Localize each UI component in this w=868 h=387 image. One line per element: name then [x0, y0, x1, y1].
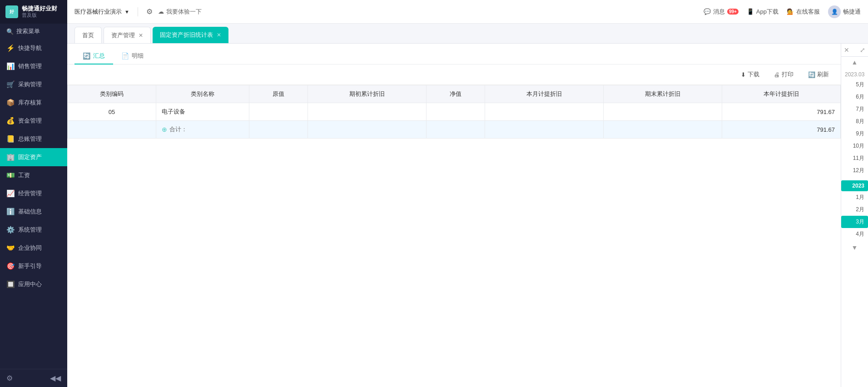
user-avatar: 👤	[828, 5, 841, 18]
date-panel-nav-up[interactable]: ▲	[841, 57, 868, 68]
home-tab-label: 首页	[82, 31, 94, 40]
sidebar-item-app-center[interactable]: 🔲 应用中心	[0, 275, 67, 293]
detail-tab-icon: 📄	[121, 52, 129, 60]
cell-original-value	[249, 103, 308, 121]
cell-monthly-dep	[485, 103, 604, 121]
sidebar-search-label: 搜索菜单	[16, 27, 40, 35]
sidebar-item-sales[interactable]: 📊 销售管理	[0, 57, 67, 75]
col-header-net-value: 净值	[427, 85, 485, 103]
sidebar-item-ledger[interactable]: 📒 总账管理	[0, 130, 67, 148]
asset-mgmt-close-icon[interactable]: ✕	[139, 32, 143, 39]
chevron-down-icon: ▼	[124, 9, 129, 15]
tab-home[interactable]: 首页	[74, 27, 102, 43]
summary-tab-label: 汇总	[93, 52, 105, 60]
topbar-divider	[138, 7, 138, 16]
date-month-2023-4[interactable]: 4月	[841, 228, 868, 240]
tab-bar: 首页 资产管理 ✕ 固定资产折旧统计表 ✕	[67, 24, 868, 44]
sidebar-item-system[interactable]: ⚙️ 系统管理	[0, 221, 67, 239]
user-avatar-icon: 👤	[831, 9, 838, 15]
sidebar-brand-edition: 普及版	[22, 12, 57, 19]
asset-mgmt-label: 资产管理	[111, 31, 135, 40]
summary-label-cell: ⊕ 合计：	[156, 121, 249, 139]
date-month-9[interactable]: 9月	[841, 128, 868, 140]
col-header-initial-accum: 期初累计折旧	[308, 85, 427, 103]
sidebar-item-label: 应用中心	[18, 280, 42, 288]
date-panel: ✕ ⤢ ▲ 2023.03 5月 6月 7月 8月 9月 10月 11月 12月…	[841, 44, 868, 387]
date-panel-header: ✕ ⤢	[841, 44, 868, 57]
ledger-icon: 📒	[6, 135, 15, 143]
table-row[interactable]: 05 电子设备 791.67	[68, 103, 841, 121]
col-header-annual-dep: 本年计提折旧	[722, 85, 841, 103]
sub-tab-detail[interactable]: 📄 明细	[113, 48, 152, 64]
sidebar-item-label: 销售管理	[18, 62, 42, 70]
date-year-marker-2023[interactable]: 2023	[841, 180, 868, 191]
settings-footer-icon[interactable]: ⚙	[6, 374, 13, 382]
summary-row: ⊕ 合计： 791.67	[68, 121, 841, 139]
sidebar-item-funds[interactable]: 💰 资金管理	[0, 112, 67, 130]
sub-tabs: 🔄 汇总 📄 明细	[67, 44, 841, 64]
guide-icon: 🎯	[6, 262, 15, 270]
summary-monthly-dep	[485, 121, 604, 139]
tab-asset-mgmt[interactable]: 资产管理 ✕	[104, 27, 151, 43]
sidebar-brand: 畅捷通好业财 普及版	[22, 5, 57, 19]
sidebar-item-quick-nav[interactable]: ⚡ 快捷导航	[0, 39, 67, 57]
user-menu[interactable]: 👤 畅捷通	[828, 5, 861, 18]
date-month-2023-3[interactable]: 3月	[841, 216, 868, 228]
funds-icon: 💰	[6, 117, 15, 125]
summary-expand-icon: ⊕	[162, 126, 167, 133]
sidebar-item-operations[interactable]: 📈 经营管理	[0, 184, 67, 203]
sub-tab-summary[interactable]: 🔄 汇总	[74, 48, 113, 64]
experience-button[interactable]: ☁ 我要体验一下	[158, 8, 202, 16]
message-icon: 💬	[704, 8, 711, 15]
sidebar-item-enterprise[interactable]: 🤝 企业协同	[0, 239, 67, 257]
sidebar-item-label: 资金管理	[18, 117, 42, 125]
download-button[interactable]: ⬇ 下载	[736, 68, 764, 81]
sidebar-item-label: 工资	[18, 171, 30, 179]
message-badge: 99+	[727, 9, 739, 15]
date-month-11[interactable]: 11月	[841, 152, 868, 164]
sidebar-item-payroll[interactable]: 💵 工资	[0, 166, 67, 184]
summary-original-value	[249, 121, 308, 139]
detail-tab-label: 明细	[132, 52, 144, 60]
collapse-icon[interactable]: ◀◀	[50, 374, 61, 382]
topbar: 医疗器械行业演示 ▼ ⚙ ☁ 我要体验一下 💬 消息 99+ 📱 App下载 💁…	[67, 0, 868, 24]
date-month-2023-1[interactable]: 1月	[841, 191, 868, 203]
sidebar-item-basic-info[interactable]: ℹ️ 基础信息	[0, 203, 67, 221]
col-header-name: 类别名称	[156, 85, 249, 103]
download-icon: ⬇	[741, 71, 746, 78]
date-panel-expand-icon[interactable]: ⤢	[860, 46, 865, 54]
online-service-button[interactable]: 💁 在线客服	[787, 8, 820, 16]
payroll-icon: 💵	[6, 171, 15, 179]
company-selector[interactable]: 医疗器械行业演示 ▼	[74, 8, 129, 16]
sidebar-item-inventory[interactable]: 📦 库存核算	[0, 94, 67, 112]
date-year-2023-label: 2023.03	[841, 69, 868, 79]
app-download-button[interactable]: 📱 App下载	[747, 8, 779, 16]
topbar-settings-icon[interactable]: ⚙	[146, 7, 153, 16]
message-button[interactable]: 💬 消息 99+	[704, 8, 739, 16]
depreciation-report-close-icon[interactable]: ✕	[217, 32, 221, 38]
app-center-icon: 🔲	[6, 280, 15, 288]
sidebar-search-item[interactable]: 🔍 搜索菜单	[0, 24, 67, 39]
date-month-2023-2[interactable]: 2月	[841, 203, 868, 216]
sidebar-item-fixed-assets[interactable]: 🏢 固定资产	[0, 148, 67, 166]
app-download-label: App下载	[756, 8, 779, 16]
cell-net-value	[427, 103, 485, 121]
date-panel-close-icon[interactable]: ✕	[844, 46, 849, 54]
summary-initial-accum	[308, 121, 427, 139]
mobile-icon: 📱	[747, 8, 754, 15]
sidebar-item-purchase[interactable]: 🛒 采购管理	[0, 75, 67, 94]
refresh-button[interactable]: 🔄 刷新	[804, 68, 833, 81]
date-panel-nav-down[interactable]: ▼	[841, 242, 868, 253]
depreciation-table: 类别编码 类别名称 原值 期初累计折旧 净值 本月计提折旧 期末累计折旧 本年计…	[67, 85, 841, 139]
sidebar-item-guide[interactable]: 🎯 新手引导	[0, 257, 67, 275]
date-month-6[interactable]: 6月	[841, 91, 868, 103]
date-month-8[interactable]: 8月	[841, 115, 868, 128]
date-month-7[interactable]: 7月	[841, 103, 868, 115]
sales-icon: 📊	[6, 62, 15, 70]
date-month-12[interactable]: 12月	[841, 164, 868, 177]
experience-label: 我要体验一下	[166, 8, 202, 16]
tab-depreciation-report[interactable]: 固定资产折旧统计表 ✕	[153, 27, 228, 43]
date-month-5[interactable]: 5月	[841, 79, 868, 91]
print-button[interactable]: 🖨 打印	[769, 68, 798, 81]
date-month-10[interactable]: 10月	[841, 140, 868, 152]
